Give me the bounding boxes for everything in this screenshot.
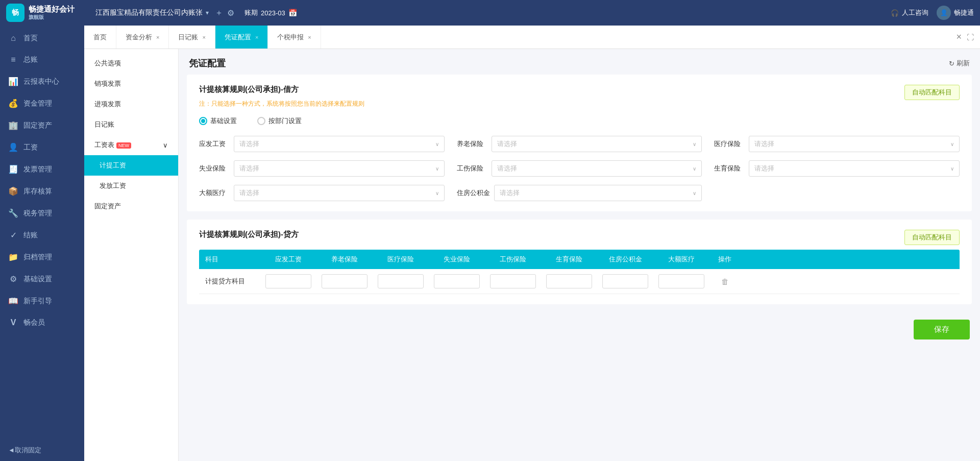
label-workinjury: 工伤保险: [457, 164, 487, 173]
menu-item-journal[interactable]: 日记账: [84, 114, 178, 135]
cell-medical-input[interactable]: [373, 269, 429, 294]
sidebar-item-archive[interactable]: 📁 归档管理: [0, 246, 84, 268]
radio-basic[interactable]: 基础设置: [199, 116, 237, 126]
sidebar-item-invoice[interactable]: 🧾 发票管理: [0, 158, 84, 180]
cell-pension-input[interactable]: [316, 269, 373, 294]
menu-item-public[interactable]: 公共选项: [84, 53, 178, 74]
logo-text: 畅捷通好会计 旗舰版: [29, 5, 75, 21]
delete-row-icon[interactable]: 🗑: [721, 277, 729, 286]
menu-item-calc-payroll[interactable]: 计提工资: [84, 155, 178, 176]
select-maternity[interactable]: 请选择 ∨: [749, 160, 960, 177]
user-profile[interactable]: 👤 畅捷通: [937, 6, 974, 20]
sidebar-item-home[interactable]: ⌂ 首页: [0, 28, 84, 49]
company-dropdown-icon: ▾: [206, 9, 209, 16]
select-gross-pay[interactable]: 请选择 ∨: [234, 136, 445, 152]
calendar-icon[interactable]: 📅: [288, 9, 297, 17]
sidebar-item-ledger[interactable]: ≡ 总账: [0, 49, 84, 70]
input-housing[interactable]: [602, 274, 648, 288]
select-medical[interactable]: 请选择 ∨: [749, 136, 960, 152]
cell-housing-input[interactable]: [597, 269, 653, 294]
save-button[interactable]: 保存: [914, 320, 970, 339]
sidebar-item-closing[interactable]: ✓ 结账: [0, 224, 84, 246]
input-unemployment[interactable]: [434, 274, 480, 288]
sidebar-item-payroll[interactable]: 👤 工资: [0, 136, 84, 158]
sidebar-item-vip[interactable]: V 畅会员: [0, 312, 84, 333]
label-pension: 养老保险: [457, 139, 487, 149]
select-unemployment[interactable]: 请选择 ∨: [234, 160, 445, 177]
radio-department[interactable]: 按部门设置: [257, 116, 302, 126]
sidebar-item-settings[interactable]: ⚙ 基础设置: [0, 268, 84, 290]
refresh-button[interactable]: ↻ 刷新: [949, 59, 970, 68]
menu-item-fixed-assets[interactable]: 固定资产: [84, 196, 178, 216]
add-tab-icon[interactable]: ＋: [215, 8, 223, 18]
select-housing-fund[interactable]: 请选择 ∨: [494, 185, 702, 201]
tab-tax-close[interactable]: ×: [308, 34, 311, 40]
menu-item-sales-invoice[interactable]: 销项发票: [84, 74, 178, 94]
save-area: 保存: [179, 312, 980, 347]
debit-title: 计提核算规则(公司承担)-借方: [199, 85, 960, 94]
top-bar-actions: 🎧 人工咨询 👤 畅捷通: [891, 6, 974, 20]
select-housing-fund-placeholder: 请选择: [500, 188, 520, 198]
ai-consult[interactable]: 🎧 人工咨询: [891, 8, 928, 17]
input-maternity[interactable]: [546, 274, 592, 288]
page-header: 凭证配置 ↻ 刷新: [179, 49, 980, 75]
input-pension[interactable]: [322, 274, 368, 288]
col-major-medical: 大额医疗: [653, 250, 709, 269]
unpin-sidebar[interactable]: ◄取消固定: [0, 440, 84, 461]
auto-match-credit-button[interactable]: 自动匹配科目: [904, 230, 960, 245]
tab-funds-analysis[interactable]: 资金分析 ×: [116, 26, 169, 48]
select-pension[interactable]: 请选择 ∨: [492, 136, 702, 152]
input-gross[interactable]: [265, 274, 311, 288]
input-workinjury[interactable]: [490, 274, 536, 288]
cell-gross-input[interactable]: [260, 269, 316, 294]
select-workinjury[interactable]: 请选择 ∨: [492, 160, 702, 177]
tab-funds-close[interactable]: ×: [156, 34, 159, 40]
sidebar-item-inventory[interactable]: 📦 库存核算: [0, 180, 84, 202]
input-major-medical[interactable]: [658, 274, 704, 288]
payroll-icon: 👤: [8, 142, 18, 152]
menu-item-pay-payroll[interactable]: 发放工资: [84, 176, 178, 196]
period-value: 2023-03: [261, 9, 285, 17]
select-workinjury-placeholder: 请选择: [497, 164, 517, 173]
tab-voucher-config[interactable]: 凭证配置 ×: [215, 26, 268, 48]
auto-match-debit-button[interactable]: 自动匹配科目: [904, 85, 960, 100]
credit-title: 计提核算规则(公司承担)-贷方: [199, 230, 960, 239]
col-subject: 科目: [199, 250, 260, 269]
sidebar-item-tax[interactable]: 🔧 税务管理: [0, 202, 84, 224]
assets-icon: 🏢: [8, 120, 18, 130]
period-selector[interactable]: 账期 2023-03 📅: [244, 8, 297, 17]
tab-tax-return[interactable]: 个税申报 ×: [268, 26, 321, 48]
menu-label-fixed-assets: 固定资产: [94, 202, 121, 210]
tab-journal[interactable]: 日记账 ×: [169, 26, 215, 48]
menu-item-payroll-table[interactable]: 工资表NEW ∨: [84, 135, 178, 155]
settings-icon[interactable]: ⚙: [227, 8, 234, 18]
tab-tax-label: 个税申报: [277, 33, 304, 42]
sidebar-item-guide[interactable]: 📖 新手引导: [0, 290, 84, 312]
tab-voucher-close[interactable]: ×: [255, 34, 258, 40]
radio-basic-dot: [201, 119, 205, 123]
cell-major-medical-input[interactable]: [653, 269, 709, 294]
close-tab-icon[interactable]: ×: [956, 32, 962, 42]
home-icon: ⌂: [8, 34, 18, 43]
sidebar-item-funds[interactable]: 💰 资金管理: [0, 92, 84, 114]
label-maternity: 生育保险: [714, 164, 745, 173]
archive-icon: 📁: [8, 252, 18, 262]
cell-delete[interactable]: 🗑: [709, 269, 740, 294]
select-major-medical-arrow: ∨: [435, 190, 439, 196]
credit-table: 科目 应发工资 养老保险 医疗保险 失业保险 工伤保险 生育保险 住房公积金 大…: [199, 250, 960, 294]
cell-workinjury-input[interactable]: [485, 269, 541, 294]
tab-home[interactable]: 首页: [84, 26, 116, 48]
credit-row-label: 计提贷方科目: [205, 277, 245, 286]
sidebar-item-reports[interactable]: 📊 云报表中心: [0, 70, 84, 92]
tab-journal-close[interactable]: ×: [202, 34, 205, 40]
expand-tab-icon[interactable]: ⛶: [967, 33, 974, 41]
reports-icon: 📊: [8, 77, 18, 86]
cell-unemployment-input[interactable]: [429, 269, 485, 294]
sidebar-item-assets[interactable]: 🏢 固定资产: [0, 114, 84, 136]
menu-item-purchase-invoice[interactable]: 进项发票: [84, 94, 178, 114]
company-selector[interactable]: 江西服宝精品有限责任公司内账张 ▾: [95, 8, 209, 17]
cell-maternity-input[interactable]: [541, 269, 597, 294]
main-layout: ⌂ 首页 ≡ 总账 📊 云报表中心 💰 资金管理 🏢 固定资产 👤 工资 🧾 发…: [0, 26, 980, 461]
input-medical[interactable]: [378, 274, 424, 288]
select-major-medical[interactable]: 请选择 ∨: [234, 185, 445, 201]
